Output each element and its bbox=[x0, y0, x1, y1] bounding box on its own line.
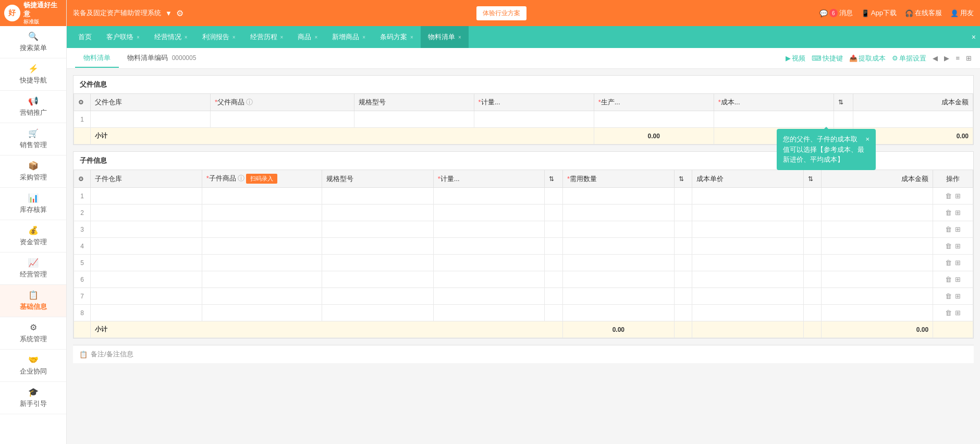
child-row-5-unit-cost[interactable] bbox=[692, 255, 804, 271]
child-row-8-required-qty[interactable] bbox=[562, 305, 674, 321]
parent-cost-input[interactable] bbox=[714, 111, 834, 127]
extract-cost-button[interactable]: 📤 提取成本 bbox=[849, 54, 886, 63]
tab-bom[interactable]: 物料清单 × bbox=[421, 26, 469, 48]
child-row-5-spec[interactable] bbox=[322, 255, 434, 271]
sidebar-item-inventory[interactable]: 📊 库存核算 bbox=[0, 188, 66, 220]
tab-history-close[interactable]: × bbox=[280, 34, 284, 40]
grid-view-button[interactable]: ≡ bbox=[956, 54, 960, 62]
tab-operation[interactable]: 经营情况 × bbox=[147, 26, 195, 48]
child-row-4-unit[interactable] bbox=[433, 238, 545, 255]
child-row-2-cost-amount[interactable] bbox=[822, 205, 933, 221]
child-row-2-warehouse[interactable] bbox=[91, 205, 202, 221]
child-row-7-unit[interactable] bbox=[433, 288, 545, 305]
child-row-1-product[interactable] bbox=[202, 188, 322, 205]
child-row-3-warehouse[interactable] bbox=[91, 221, 202, 238]
child-row-5-product[interactable] bbox=[202, 255, 322, 271]
parent-row-1-spec[interactable] bbox=[354, 111, 474, 128]
child-row-1-cost-amount[interactable] bbox=[822, 188, 933, 205]
trial-button[interactable]: 体验行业方案 bbox=[476, 6, 526, 20]
child-row-5-unit[interactable] bbox=[433, 255, 545, 271]
video-button[interactable]: ▶ 视频 bbox=[786, 54, 805, 63]
app-download-button[interactable]: 📱 App下载 bbox=[861, 8, 897, 18]
sidebar-item-guide[interactable]: 🎓 新手引导 bbox=[0, 382, 66, 414]
copy-icon-3[interactable]: ⊞ bbox=[955, 225, 961, 233]
parent-row-1-cost-amount[interactable] bbox=[853, 111, 973, 128]
copy-icon-1[interactable]: ⊞ bbox=[955, 192, 961, 200]
child-row-2-unit[interactable] bbox=[433, 205, 545, 221]
sidebar-item-management[interactable]: 📈 经营管理 bbox=[0, 253, 66, 285]
parent-product-input[interactable] bbox=[211, 111, 354, 127]
delete-icon-7[interactable]: 🗑 bbox=[945, 292, 952, 300]
delete-icon-5[interactable]: 🗑 bbox=[945, 259, 952, 267]
child-row-3-unit[interactable] bbox=[433, 221, 545, 238]
parent-row-1-production[interactable] bbox=[594, 111, 714, 128]
delete-icon-2[interactable]: 🗑 bbox=[945, 209, 952, 217]
child-row-2-unit-cost[interactable] bbox=[692, 205, 804, 221]
child-row-8-product[interactable] bbox=[202, 305, 322, 321]
user-button[interactable]: 👤 用友 bbox=[950, 8, 974, 18]
child-row-2-spec[interactable] bbox=[322, 205, 434, 221]
parent-spec-input[interactable] bbox=[354, 111, 474, 127]
sidebar-item-marketing[interactable]: 📢 营销推广 bbox=[0, 91, 66, 123]
copy-icon-5[interactable]: ⊞ bbox=[955, 259, 961, 267]
child-row-6-warehouse[interactable] bbox=[91, 271, 202, 288]
child-row-5-required-qty[interactable] bbox=[562, 255, 674, 271]
tab-profit-close[interactable]: × bbox=[232, 34, 236, 40]
child-row-4-spec[interactable] bbox=[322, 238, 434, 255]
tab-new-product-close[interactable]: × bbox=[362, 34, 365, 40]
child-row-8-warehouse[interactable] bbox=[91, 305, 202, 321]
child-row-7-required-qty[interactable] bbox=[562, 288, 674, 305]
child-row-4-cost-amount[interactable] bbox=[822, 238, 933, 255]
expand-button[interactable]: ⊞ bbox=[966, 54, 972, 62]
subtab-bom-code[interactable]: 物料清单编码 0000005 bbox=[119, 49, 204, 68]
tab-product-close[interactable]: × bbox=[314, 34, 317, 40]
child-row-2-required-qty[interactable] bbox=[562, 205, 674, 221]
child-row-8-unit[interactable] bbox=[433, 305, 545, 321]
tab-new-product[interactable]: 新增商品 × bbox=[325, 26, 373, 48]
child-row-5-warehouse[interactable] bbox=[91, 255, 202, 271]
parent-production-input[interactable] bbox=[594, 111, 714, 127]
tab-home[interactable]: 首页 bbox=[71, 26, 99, 48]
tab-product[interactable]: 商品 × bbox=[290, 26, 325, 48]
child-row-1-warehouse[interactable] bbox=[91, 188, 202, 205]
delete-icon-3[interactable]: 🗑 bbox=[945, 225, 952, 233]
tab-customer-close[interactable]: × bbox=[137, 34, 140, 40]
child-row-7-cost-amount[interactable] bbox=[822, 288, 933, 305]
delete-icon-6[interactable]: 🗑 bbox=[945, 275, 952, 283]
child-row-7-unit-cost[interactable] bbox=[692, 288, 804, 305]
delete-icon-4[interactable]: 🗑 bbox=[945, 242, 952, 250]
child-row-6-unit-cost[interactable] bbox=[692, 271, 804, 288]
close-all-button[interactable]: × bbox=[972, 33, 976, 41]
child-row-7-spec[interactable] bbox=[322, 288, 434, 305]
child-row-4-required-qty[interactable] bbox=[562, 238, 674, 255]
child-row-6-cost-amount[interactable] bbox=[822, 271, 933, 288]
child-row-6-spec[interactable] bbox=[322, 271, 434, 288]
nav-next-button[interactable]: ▶ bbox=[944, 54, 949, 62]
child-row-2-product[interactable] bbox=[202, 205, 322, 221]
child-row-4-product[interactable] bbox=[202, 238, 322, 255]
dropdown-icon[interactable]: ▼ bbox=[165, 9, 172, 17]
child-row-3-spec[interactable] bbox=[322, 221, 434, 238]
nav-prev-button[interactable]: ◀ bbox=[933, 54, 938, 62]
parent-row-1-unit[interactable] bbox=[474, 111, 594, 128]
sidebar-item-nav[interactable]: ⚡ 快捷导航 bbox=[0, 58, 66, 91]
child-row-6-product[interactable] bbox=[202, 271, 322, 288]
child-row-4-unit-cost[interactable] bbox=[692, 238, 804, 255]
tooltip-close-button[interactable]: × bbox=[865, 134, 869, 145]
sidebar-item-search[interactable]: 🔍 搜索菜单 bbox=[0, 26, 66, 58]
tab-barcode[interactable]: 条码方案 × bbox=[373, 26, 421, 48]
sidebar-item-collab[interactable]: 🤝 企业协同 bbox=[0, 350, 66, 382]
child-row-3-product[interactable] bbox=[202, 221, 322, 238]
subtab-bom-list[interactable]: 物料清单 bbox=[75, 49, 119, 68]
child-row-8-unit-cost[interactable] bbox=[692, 305, 804, 321]
sidebar-item-purchase[interactable]: 📦 采购管理 bbox=[0, 155, 66, 188]
parent-row-1-product[interactable] bbox=[211, 111, 354, 128]
child-row-6-required-qty[interactable] bbox=[562, 271, 674, 288]
child-row-3-unit-cost[interactable] bbox=[692, 221, 804, 238]
tab-barcode-close[interactable]: × bbox=[410, 34, 413, 40]
delete-icon-8[interactable]: 🗑 bbox=[945, 309, 952, 317]
single-settings-button[interactable]: ⚙ 单据设置 bbox=[892, 54, 926, 63]
child-row-1-spec[interactable] bbox=[322, 188, 434, 205]
delete-icon-1[interactable]: 🗑 bbox=[945, 192, 952, 200]
tab-bom-close[interactable]: × bbox=[458, 34, 461, 40]
